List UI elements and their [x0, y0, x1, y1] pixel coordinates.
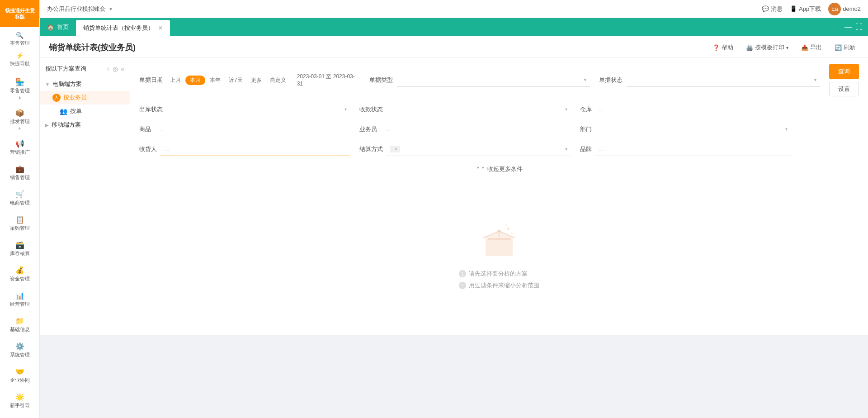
date-tab-7days[interactable]: 近7天	[225, 76, 246, 85]
newcomer-icon: 🌟	[15, 393, 24, 401]
edit-scheme-icon[interactable]: ◎	[113, 65, 118, 72]
tab-sales-stats[interactable]: 销货单统计表（按业务员） ✕	[76, 20, 170, 36]
messages-button[interactable]: 💬 消息	[762, 5, 783, 13]
sidebar-item-apps[interactable]: 🔧 应用中心	[0, 413, 39, 418]
sidebar-item-label: 基础信息	[10, 326, 30, 333]
add-scheme-icon[interactable]: +	[106, 65, 110, 72]
sidebar-item-zero-retail[interactable]: 🏪 零售管理 ▲	[0, 73, 39, 104]
sidebar-item-newcomer[interactable]: 🌟 新手引导	[0, 388, 39, 413]
goods-control[interactable]: ...	[155, 123, 350, 136]
help-button[interactable]: ❓ 帮助	[709, 42, 737, 53]
topbar-title: 办公用品行业模拟账套	[47, 5, 106, 13]
salesperson-control[interactable]: ...	[381, 123, 571, 136]
purchase-icon: 📋	[15, 215, 24, 224]
date-tab-custom[interactable]: 自定义	[266, 76, 290, 85]
salesperson-active-icon: 人	[52, 94, 61, 102]
collapse-button[interactable]: ⌃⌃ 收起更多条件	[139, 162, 859, 177]
topbar-dropdown-icon[interactable]: ▾	[109, 6, 112, 12]
sidebar-item-operations[interactable]: 📊 经营管理	[0, 287, 39, 312]
warehouse-placeholder: ...	[599, 106, 604, 113]
tab-home-label: 首页	[57, 23, 69, 31]
tab-close-icon[interactable]: ✕	[158, 25, 163, 31]
sidebar-item-wholesale[interactable]: 📦 批发管理 ▲	[0, 104, 39, 135]
sidebar-item-finance[interactable]: 💰 资金管理	[0, 261, 39, 287]
refresh-icon: 🔄	[835, 44, 842, 51]
consignee-control[interactable]: ...	[160, 142, 350, 156]
settlement-tag-close[interactable]: ×	[395, 147, 397, 152]
department-control[interactable]: ▾	[595, 123, 791, 136]
sidebar-item-system[interactable]: ⚙️ 系统管理	[0, 337, 39, 363]
scheme-by-salesperson-label: 按业务员	[63, 94, 87, 102]
out-status-label: 出库状态	[139, 105, 163, 114]
print-button[interactable]: 🖨️ 按模板打印 ▾	[742, 42, 792, 53]
filter-settlement-item: 结算方式 × ▾	[359, 142, 571, 156]
out-status-control[interactable]: ▾	[166, 103, 350, 116]
settlement-label: 结算方式	[359, 145, 383, 153]
scheme-desktop[interactable]: ▼ 电脑端方案	[40, 77, 130, 91]
user-name: demo2	[843, 5, 861, 12]
sidebar-item-basics[interactable]: 📁 基础信息	[0, 312, 39, 337]
app-download-button[interactable]: 📱 App下载	[790, 5, 821, 13]
brand-label: 品牌	[580, 145, 592, 153]
basics-icon: 📁	[15, 317, 24, 325]
brand-control[interactable]: ...	[595, 142, 791, 156]
scheme-by-order[interactable]: 👥 按单	[40, 104, 130, 118]
date-tab-more[interactable]: 更多	[247, 76, 265, 85]
people-icon: 👥	[60, 108, 67, 115]
sidebar-item-label: 库存核算	[10, 250, 30, 257]
warehouse-control[interactable]: ...	[595, 103, 791, 116]
refresh-button[interactable]: 🔄 刷新	[831, 42, 859, 53]
tab-minimize-icon[interactable]: —	[844, 23, 852, 31]
date-tabs: 上月 本月 本年 近7天 更多 自定义	[166, 76, 290, 85]
sidebar-item-label: 经营管理	[10, 301, 30, 308]
scheme-mobile-label: 移动端方案	[52, 121, 81, 129]
export-button[interactable]: 📤 导出	[797, 42, 826, 53]
main-panel: 按以下方案查询 + ◎ « ▼ 电脑端方案 人 按业务员	[40, 57, 868, 335]
sidebar-item-purchase[interactable]: 📋 采购管理	[0, 211, 39, 236]
filter-row-4: 收货人 ... 结算方式 × ▾	[139, 142, 859, 156]
date-range-display[interactable]: 2023-03-01 至 2023-03-31	[295, 72, 360, 88]
svg-rect-0	[486, 238, 513, 256]
settings-button[interactable]: 设置	[829, 82, 859, 96]
scheme-by-salesperson[interactable]: 人 按业务员	[40, 91, 130, 104]
tab-maximize-icon[interactable]: ⛶	[855, 23, 863, 31]
wholesale-icon: 📦	[15, 109, 24, 117]
empty-state: 1 请先选择要分析的方案 2 用过滤条件来缩小分析范围	[139, 184, 859, 329]
tab-sales-stats-label: 销货单统计表（按业务员）	[83, 24, 154, 32]
sidebar-item-marketing[interactable]: 📢 营销推广	[0, 135, 39, 160]
filter-goods-item: 商品 ...	[139, 123, 350, 136]
svg-point-2	[507, 228, 509, 230]
ecommerce-icon: 🛒	[15, 190, 24, 199]
filter-out-status-item: 出库状态 ▾	[139, 103, 350, 116]
date-tab-this-month[interactable]: 本月	[185, 76, 205, 85]
settlement-control[interactable]: × ▾	[387, 142, 571, 156]
left-scheme-panel: 按以下方案查询 + ◎ « ▼ 电脑端方案 人 按业务员	[40, 57, 130, 335]
scheme-tree: ▼ 电脑端方案 人 按业务员 👥 按单 ▶ 移动端方案	[40, 76, 130, 133]
filter-warehouse-item: 仓库 ...	[580, 103, 791, 116]
query-button[interactable]: 查询	[829, 64, 859, 79]
doc-type-control[interactable]: ▾	[396, 73, 590, 87]
tab-home[interactable]: 🏠 首页	[40, 18, 76, 36]
consignee-placeholder: ...	[164, 146, 169, 152]
zero-retail-icon: 🏪	[15, 78, 24, 86]
payment-status-control[interactable]: ▾	[387, 103, 571, 116]
user-menu[interactable]: Ea demo2	[828, 3, 861, 15]
sidebar-item-sales[interactable]: 💼 销售管理	[0, 160, 39, 185]
action-buttons: 查询 设置	[829, 64, 859, 96]
date-tab-this-year[interactable]: 本年	[206, 76, 224, 85]
help-icon: ❓	[712, 44, 720, 51]
doc-status-control[interactable]: ▾	[626, 73, 820, 87]
sidebar-item-inventory[interactable]: 🗃️ 库存核算	[0, 236, 39, 261]
sidebar-quicknav[interactable]: ⚡ 快捷导航	[0, 49, 39, 70]
sidebar-item-ecommerce[interactable]: 🛒 电商管理	[0, 185, 39, 211]
department-label: 部门	[580, 125, 592, 133]
collapse-panel-icon[interactable]: «	[121, 65, 124, 72]
right-panel: 单据日期 上月 本月 本年 近7天 更多 自定义 2023-03-01 至 20…	[130, 57, 868, 335]
empty-hint-2: 2 用过滤条件来缩小分析范围	[459, 281, 539, 290]
inventory-icon: 🗃️	[15, 241, 24, 249]
date-tab-last-month[interactable]: 上月	[166, 76, 184, 85]
scheme-mobile-expand-icon: ▶	[45, 123, 49, 128]
sidebar-search[interactable]: 🔍 零售管理	[0, 27, 39, 49]
scheme-mobile[interactable]: ▶ 移动端方案	[40, 118, 130, 132]
sidebar-item-enterprise[interactable]: 🤝 企业协同	[0, 363, 39, 388]
